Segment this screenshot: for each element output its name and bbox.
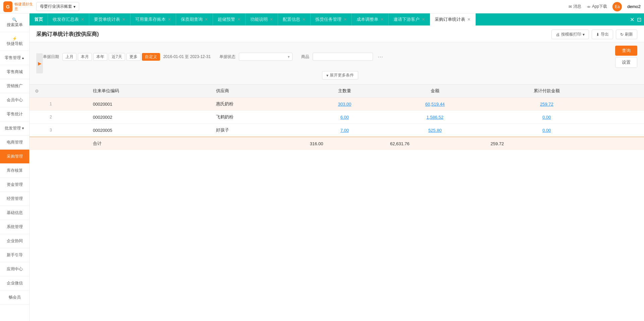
sidebar-item-vip[interactable]: 畅会员: [0, 290, 29, 305]
tab-config[interactable]: 配置信息 ✕: [278, 13, 311, 25]
tab-goods-stats[interactable]: 要货单统计表 ✕: [89, 13, 130, 25]
tab-cost-adjust[interactable]: 成本调整单 ✕: [352, 13, 389, 25]
sidebar-item-member[interactable]: 会员中心: [0, 93, 29, 107]
tab-help[interactable]: 功能说明 ✕: [246, 13, 278, 25]
sidebar-item-marketing[interactable]: 营销推广: [0, 79, 29, 93]
setting-button[interactable]: 设置: [615, 57, 637, 68]
table-head: ⚙ 往来单位编码 供应商 主数量 金额 累计付款金额: [30, 85, 644, 98]
refresh-button[interactable]: ↻ 刷新: [616, 30, 637, 39]
tab-pick-task[interactable]: 拣货任务管理 ✕: [311, 13, 352, 25]
tab-close-cost-adjust[interactable]: ✕: [380, 17, 384, 22]
workspace-selector[interactable]: 母婴行业演示账套 ▾: [36, 2, 79, 11]
app-download-button[interactable]: ⌯ App下载: [587, 4, 607, 9]
tab-collect[interactable]: 收发存汇总表 ✕: [48, 13, 89, 25]
row-3-quantity[interactable]: 7.00: [305, 124, 385, 137]
row-2-paid[interactable]: 0.00: [485, 111, 608, 124]
row-1-amount[interactable]: 60,519.44: [385, 98, 485, 111]
sidebar-item-retail[interactable]: 零售管理 ▲: [0, 51, 29, 65]
filter-line-1: 单据日期 上月 本月 本年 近7天 更多 自定义 2016-01-01 至 20…: [43, 46, 637, 68]
row-1-paid[interactable]: 259.72: [485, 98, 608, 111]
workspace-name: 母婴行业演示账套: [40, 4, 72, 9]
sidebar-item-operations[interactable]: 经营管理: [0, 192, 29, 206]
date-quick-buttons: 上月 本月 本年 近7天 更多 自定义: [62, 53, 160, 61]
date-btn-this-month[interactable]: 本月: [78, 53, 92, 61]
sidebar-item-retail-stats[interactable]: 零售统计: [0, 107, 29, 121]
tab-close-warranty[interactable]: ✕: [205, 17, 208, 22]
avatar[interactable]: Ea: [612, 2, 622, 11]
more-dots-icon[interactable]: ⋯: [378, 54, 383, 60]
avatar-text: Ea: [615, 4, 620, 9]
tab-warranty[interactable]: 保质期查询 ✕: [176, 13, 213, 25]
sidebar-item-appstore[interactable]: 应用中心: [0, 262, 29, 276]
footer-paid: 259.72: [485, 137, 608, 150]
status-select[interactable]: [239, 53, 292, 61]
top-bar: G 畅捷通好生意 母婴行业演示账套 ▾ ✉ 消息 ⌯ App下载 Ea demo…: [0, 0, 644, 13]
expand-more-button[interactable]: ▾ 展开更多条件: [322, 71, 358, 79]
query-button[interactable]: 查询: [615, 46, 637, 56]
tab-close-goods-stats[interactable]: ✕: [122, 17, 125, 22]
date-btn-more[interactable]: 更多: [126, 53, 141, 61]
tab-close-help[interactable]: ✕: [270, 17, 273, 22]
filter-area: ▶ 单据日期 上月 本月 本年 近7天 更多 自定义: [30, 42, 644, 85]
row-2-amount[interactable]: 1,586.52: [385, 111, 485, 124]
sidebar-item-retail-shop[interactable]: 零售商城: [0, 65, 29, 79]
sidebar-item-search[interactable]: 🔍 搜索菜单: [0, 13, 29, 32]
tab-close-inventory-book[interactable]: ✕: [168, 17, 171, 22]
sidebar-item-enterprise[interactable]: 企业协同: [0, 234, 29, 248]
tab-invite[interactable]: 邀请下游客户 ✕: [389, 13, 430, 25]
footer-supplier: [211, 137, 305, 150]
date-btn-this-year[interactable]: 本年: [93, 53, 107, 61]
tab-close-all-button[interactable]: ✕: [630, 16, 634, 23]
date-btn-7days[interactable]: 近7天: [109, 53, 125, 61]
export-button[interactable]: ⬇ 导出: [592, 30, 613, 39]
expand-row: ▾ 展开更多条件: [43, 70, 637, 81]
filter-row-wrap: ▶ 单据日期 上月 本月 本年 近7天 更多 自定义: [36, 46, 637, 81]
col-code: 往来单位编码: [88, 85, 211, 98]
sidebar-item-finance[interactable]: 资金管理: [0, 178, 29, 192]
row-1-quantity[interactable]: 303.00: [305, 98, 385, 111]
page-content: 采购订单统计表(按供应商) 🖨 按模板打印 ▾ ⬇ 导出 ↻ 刷新: [30, 25, 644, 321]
tab-close-collect[interactable]: ✕: [81, 17, 84, 22]
row-3-code: 00020005: [88, 124, 211, 137]
sidebar-item-system[interactable]: 系统管理: [0, 220, 29, 234]
toggle-arrow[interactable]: ▶: [36, 53, 43, 73]
row-2-quantity[interactable]: 6.00: [305, 111, 385, 124]
goods-input[interactable]: [313, 53, 373, 61]
sidebar-item-inventory[interactable]: 库存核算: [0, 164, 29, 178]
sidebar-item-ecommerce[interactable]: 电商管理: [0, 136, 29, 150]
sidebar-item-purchase[interactable]: 采购管理: [0, 150, 29, 164]
row-2-code: 00020002: [88, 111, 211, 124]
row-3-settings: [30, 124, 44, 137]
date-btn-custom[interactable]: 自定义: [142, 53, 160, 61]
column-settings-icon[interactable]: ⚙: [35, 89, 39, 94]
row-3-amount[interactable]: 525.80: [385, 124, 485, 137]
sidebar-item-basic[interactable]: 基础信息: [0, 206, 29, 220]
tab-close-overstock[interactable]: ✕: [237, 17, 240, 22]
goods-label: 商品: [301, 54, 309, 60]
header-actions: 🖨 按模板打印 ▾ ⬇ 导出 ↻ 刷新: [551, 30, 637, 39]
row-3-paid[interactable]: 0.00: [485, 124, 608, 137]
tab-overstock[interactable]: 超储预警 ✕: [213, 13, 246, 25]
tab-purchase-stats[interactable]: 采购订单统计表 ✕: [430, 13, 476, 25]
tab-close-config[interactable]: ✕: [302, 17, 306, 22]
tab-close-pick-task[interactable]: ✕: [343, 17, 347, 22]
footer-no: [44, 137, 88, 150]
shortcut-icon: ⚡: [1, 36, 28, 41]
sidebar-item-wholesale[interactable]: 批发管理 ▼: [0, 121, 29, 136]
tab-close-invite[interactable]: ✕: [422, 17, 425, 22]
tab-inventory-book[interactable]: 可用量库存账本 ✕: [130, 13, 176, 25]
message-button[interactable]: ✉ 消息: [569, 4, 581, 9]
print-button[interactable]: 🖨 按模板打印 ▾: [551, 30, 589, 39]
tab-home[interactable]: 首页: [30, 13, 48, 25]
message-label: 消息: [573, 4, 581, 9]
tab-maximize-button[interactable]: ⊡: [637, 16, 641, 23]
status-select-wrapper: [239, 53, 292, 61]
sidebar-item-newbie[interactable]: 新手引导: [0, 248, 29, 262]
sidebar-item-shortcut[interactable]: ⚡ 快捷导航: [0, 32, 29, 51]
print-icon: 🖨: [556, 32, 560, 37]
sidebar-item-wechat[interactable]: 企业微信: [0, 276, 29, 290]
date-btn-last-month[interactable]: 上月: [62, 53, 76, 61]
tab-close-purchase-stats[interactable]: ✕: [467, 17, 471, 22]
footer-label: 合计: [88, 137, 211, 150]
refresh-icon: ↻: [620, 32, 624, 37]
